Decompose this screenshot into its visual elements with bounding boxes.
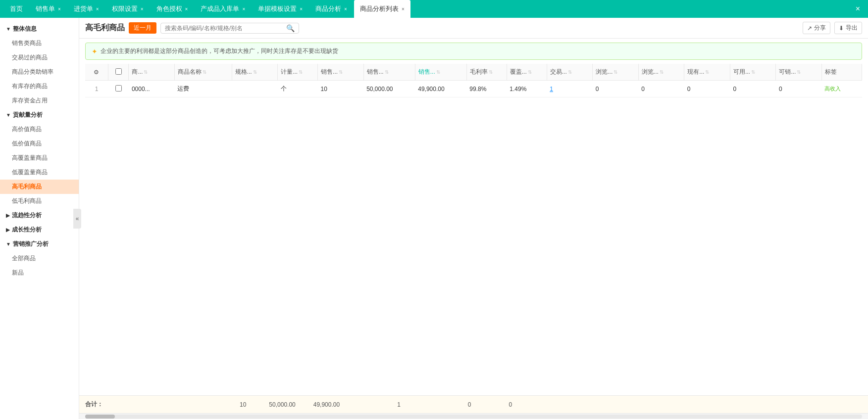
cell-code: 0000...: [129, 81, 175, 97]
nav-role-close[interactable]: ×: [185, 6, 188, 12]
footer-val-sales3: 49,900.00: [313, 401, 340, 408]
nav-product-in-close[interactable]: ×: [242, 6, 245, 12]
nav-template[interactable]: 单据模板设置 ×: [252, 0, 308, 18]
table-header-row: ⚙ 商...⇅ 商品名称⇅ 规格...⇅ 计量...⇅ 销售...⇅ 销售...…: [85, 64, 862, 81]
sidebar-section-overall[interactable]: ▼ 整体信息: [0, 22, 79, 36]
tag-badge: 高收入: [824, 86, 841, 92]
nav-home-label: 首页: [10, 4, 23, 13]
sidebar-item-high-margin[interactable]: 高毛利商品: [0, 180, 79, 194]
nav-permission-close[interactable]: ×: [141, 6, 144, 12]
sidebar-item-stock-fund[interactable]: 库存资金占用: [0, 93, 79, 108]
sidebar-item-low-coverage[interactable]: 低覆盖量商品: [0, 165, 79, 180]
nav-goods-list-close[interactable]: ×: [402, 6, 405, 12]
col-sales2[interactable]: 销售...⇅: [363, 64, 415, 81]
info-banner: ✦ 企业的主要的利润都是这部分商品创造的，可考虑加大推广，同时关注库存是不要出现…: [85, 43, 862, 60]
nav-product-in[interactable]: 产成品入库单 ×: [195, 0, 251, 18]
sidebar-item-new-goods[interactable]: 新品: [0, 266, 79, 280]
transaction-link[interactable]: 1: [550, 86, 553, 93]
nav-template-label: 单据模板设置: [258, 4, 297, 13]
search-icon[interactable]: 🔍: [286, 24, 295, 32]
header-actions: ↗ 分享 ⬇ 导出: [803, 22, 862, 34]
col-gross-rate[interactable]: 毛利率⇅: [466, 64, 507, 81]
cell-unit: 个: [278, 81, 318, 97]
col-available[interactable]: 可用...⇅: [730, 64, 776, 81]
col-view2[interactable]: 浏览...⇅: [638, 64, 684, 81]
nav-permission[interactable]: 权限设置 ×: [106, 0, 150, 18]
col-transaction[interactable]: 交易...⇅: [547, 64, 593, 81]
col-sales1[interactable]: 销售...⇅: [318, 64, 364, 81]
sidebar-item-low-value[interactable]: 低价值商品: [0, 137, 79, 151]
nav-home[interactable]: 首页: [4, 0, 29, 18]
top-navigation: 首页 销售单 × 进货单 × 权限设置 × 角色授权 × 产成品入库单 × 单据…: [0, 0, 868, 18]
horizontal-scrollbar[interactable]: [79, 413, 868, 419]
sidebar-section-contribution[interactable]: ▼ 贡献量分析: [0, 108, 79, 122]
sidebar-item-all-goods[interactable]: 全部商品: [0, 251, 79, 266]
cell-current: 0: [684, 81, 730, 97]
nav-sales[interactable]: 销售单 ×: [30, 0, 67, 18]
nav-template-close[interactable]: ×: [300, 6, 303, 12]
nav-product-in-label: 产成品入库单: [201, 4, 239, 13]
cell-view2: 0: [638, 81, 684, 97]
col-name[interactable]: 商品名称⇅: [174, 64, 232, 81]
nav-sales-label: 销售单: [36, 4, 55, 13]
footer-val-sales1: 10: [240, 401, 246, 408]
cell-sales3: 49,900.00: [415, 81, 466, 97]
section-contribution-arrow: ▼: [6, 112, 11, 118]
nav-purchase[interactable]: 进货单 ×: [68, 0, 105, 18]
col-sales3[interactable]: 销售...⇅: [415, 64, 466, 81]
col-coverage[interactable]: 覆盖...⇅: [507, 64, 547, 81]
window-close-button[interactable]: ×: [852, 2, 864, 15]
goods-table: ⚙ 商...⇅ 商品名称⇅ 规格...⇅ 计量...⇅ 销售...⇅ 销售...…: [85, 64, 862, 97]
scrollbar-thumb[interactable]: [85, 415, 115, 419]
nav-goods-analysis-close[interactable]: ×: [344, 6, 347, 12]
footer-val-transaction: 1: [397, 401, 401, 408]
col-checkbox[interactable]: [108, 64, 129, 81]
sidebar-item-high-value[interactable]: 高价值商品: [0, 122, 79, 137]
sidebar-container: ▼ 整体信息 销售类商品 交易过的商品 商品分类助销率 有库存的商品 库存资金占…: [0, 18, 79, 419]
cell-spec: [232, 81, 278, 97]
sidebar-item-traded-goods[interactable]: 交易过的商品: [0, 50, 79, 65]
nav-goods-list[interactable]: 商品分析列表 ×: [354, 0, 410, 18]
sidebar-item-sales-goods[interactable]: 销售类商品: [0, 36, 79, 50]
sidebar-section-marketing[interactable]: ▼ 营销推广分析: [0, 237, 79, 251]
filter-period-button[interactable]: 近一月: [129, 22, 156, 34]
select-all-checkbox[interactable]: [115, 68, 122, 75]
nav-goods-analysis[interactable]: 商品分析 ×: [309, 0, 353, 18]
cell-sales2: 50,000.00: [363, 81, 415, 97]
cell-checkbox[interactable]: [108, 81, 129, 97]
nav-role[interactable]: 角色授权 ×: [151, 0, 194, 18]
footer-val-current: 0: [468, 401, 471, 408]
col-tag[interactable]: 标签: [821, 64, 862, 81]
col-settings[interactable]: ⚙: [85, 64, 108, 81]
export-button[interactable]: ⬇ 导出: [834, 22, 862, 34]
sidebar-collapse-button[interactable]: «: [73, 209, 81, 229]
nav-goods-list-label: 商品分析列表: [360, 4, 399, 13]
sidebar-item-high-coverage[interactable]: 高覆盖量商品: [0, 151, 79, 165]
col-unit[interactable]: 计量...⇅: [278, 64, 318, 81]
row-checkbox[interactable]: [115, 85, 122, 92]
col-code[interactable]: 商...⇅: [129, 64, 175, 81]
info-text: 企业的主要的利润都是这部分商品创造的，可考虑加大推广，同时关注库存是不要出现缺货: [101, 47, 338, 55]
nav-sales-close[interactable]: ×: [58, 6, 61, 12]
search-input[interactable]: [165, 25, 286, 32]
footer-val-sales2: 50,000.00: [269, 401, 295, 408]
sidebar-item-stocked-goods[interactable]: 有库存的商品: [0, 79, 79, 93]
sidebar-section-growth[interactable]: ▶ 成长性分析: [0, 223, 79, 237]
cell-saleable: 0: [776, 81, 822, 97]
share-button[interactable]: ↗ 分享: [803, 22, 830, 34]
nav-purchase-close[interactable]: ×: [96, 6, 99, 12]
section-overall-arrow: ▼: [6, 26, 11, 32]
sidebar-item-category-rate[interactable]: 商品分类助销率: [0, 65, 79, 79]
col-saleable[interactable]: 可销...⇅: [776, 64, 822, 81]
col-view1[interactable]: 浏览...⇅: [593, 64, 639, 81]
section-growth-arrow: ▶: [6, 227, 10, 233]
table-row[interactable]: 1 0000... 运费 个 10 50,000.00 49,900.00 99…: [85, 81, 862, 97]
col-current[interactable]: 现有...⇅: [684, 64, 730, 81]
col-spec[interactable]: 规格...⇅: [232, 64, 278, 81]
sidebar-section-trend[interactable]: ▶ 流趋性分析: [0, 208, 79, 223]
section-growth-label: 成长性分析: [12, 226, 42, 234]
section-marketing-label: 营销推广分析: [13, 240, 49, 248]
cell-view1: 0: [593, 81, 639, 97]
sidebar-item-low-margin[interactable]: 低毛利商品: [0, 194, 79, 208]
table-wrapper[interactable]: ⚙ 商...⇅ 商品名称⇅ 规格...⇅ 计量...⇅ 销售...⇅ 销售...…: [79, 64, 868, 395]
